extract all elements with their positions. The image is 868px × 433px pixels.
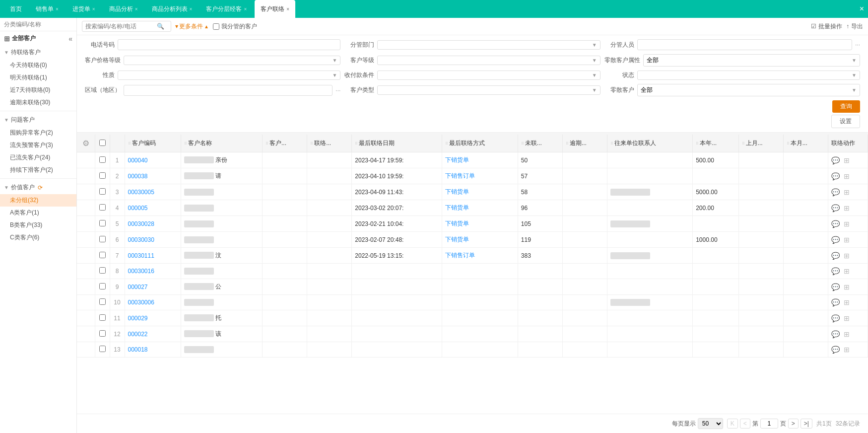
cell-last-way[interactable] <box>442 342 518 358</box>
close-analysis-list-icon[interactable]: × <box>190 6 193 12</box>
row-checkbox[interactable] <box>99 330 106 337</box>
cell-checkbox[interactable] <box>95 295 110 310</box>
cell-checkbox[interactable] <box>95 184 110 200</box>
chat-icon[interactable]: 💬 <box>831 283 840 291</box>
chat-icon[interactable]: 💬 <box>831 220 840 228</box>
chat-icon[interactable]: 💬 <box>831 172 840 180</box>
nature-select[interactable]: ▼ <box>118 71 340 80</box>
cell-checkbox[interactable] <box>95 279 110 295</box>
cell-code[interactable]: 00030030 <box>125 232 181 248</box>
cell-last-way[interactable]: 下销售订单 <box>442 248 518 264</box>
dept-select[interactable]: ▼ <box>377 40 600 50</box>
select-all-checkbox[interactable] <box>99 140 106 146</box>
cell-checkbox[interactable] <box>95 216 110 232</box>
cell-last-way[interactable]: 下销货单 <box>442 232 518 248</box>
col-name[interactable]: ⠿客户名称 <box>181 135 262 152</box>
cell-checkbox[interactable] <box>95 168 110 184</box>
cell-last-way[interactable] <box>442 279 518 295</box>
sidebar-item-silent[interactable]: 持续下滑客户(2) <box>0 164 76 176</box>
payment-select[interactable]: ▼ <box>377 71 600 80</box>
page-size-select[interactable]: 50 100 200 <box>698 418 723 429</box>
row-checkbox[interactable] <box>99 204 106 211</box>
cell-code[interactable]: 00030005 <box>125 184 181 200</box>
last-way-link[interactable]: 下销售订单 <box>445 252 475 259</box>
row-checkbox[interactable] <box>99 188 106 195</box>
search-icon[interactable]: 🔍 <box>157 23 164 30</box>
grid-action-icon[interactable]: ⊞ <box>844 346 850 354</box>
chat-icon[interactable]: 💬 <box>831 298 840 306</box>
cell-code[interactable]: 00030006 <box>125 295 181 310</box>
col-this-month[interactable]: ⠿本月... <box>783 135 828 152</box>
nav-tab-analysis[interactable]: 商品分析 × <box>103 0 144 18</box>
cell-code[interactable]: 000040 <box>125 152 181 168</box>
sidebar-item-a-class[interactable]: A类客户(1) <box>0 207 76 219</box>
retail-attr-select[interactable]: 全部 ▼ <box>643 54 860 67</box>
sidebar-all-customers[interactable]: ⊞ 全部客户 « <box>0 31 76 46</box>
close-sales-icon[interactable]: × <box>56 6 59 12</box>
nav-tab-analysis-list[interactable]: 商品分析列表 × <box>146 0 199 18</box>
cell-last-way[interactable] <box>442 295 518 310</box>
grid-action-icon[interactable]: ⊞ <box>844 172 850 180</box>
grid-action-icon[interactable]: ⊞ <box>844 298 850 306</box>
cell-checkbox[interactable] <box>95 248 110 264</box>
chat-icon[interactable]: 💬 <box>831 156 840 164</box>
last-page-btn[interactable]: >| <box>801 419 812 429</box>
cell-checkbox[interactable] <box>95 152 110 168</box>
grid-action-icon[interactable]: ⊞ <box>844 283 850 291</box>
chat-icon[interactable]: 💬 <box>831 346 840 354</box>
col-contact[interactable]: ⠿联络... <box>307 135 352 152</box>
grid-action-icon[interactable]: ⊞ <box>844 314 850 322</box>
col-overdue[interactable]: ⠿逾期... <box>562 135 607 152</box>
last-way-link[interactable]: 下销货单 <box>445 156 469 163</box>
col-un-contact[interactable]: ⠿未联... <box>518 135 562 152</box>
col-partner[interactable]: ⠿往来单位联系人 <box>607 135 693 152</box>
chat-icon[interactable]: 💬 <box>831 188 840 196</box>
last-way-link[interactable]: 下销售订单 <box>445 172 475 179</box>
cell-code[interactable]: 000038 <box>125 168 181 184</box>
sidebar-group-value[interactable]: ▼ 价值客户 ⟳ <box>0 181 76 194</box>
row-checkbox[interactable] <box>99 267 106 274</box>
cust-level-select[interactable]: ▼ <box>377 56 600 65</box>
chat-icon[interactable]: 💬 <box>831 267 840 275</box>
phone-input[interactable] <box>118 39 340 50</box>
col-setting-icon[interactable]: ⚙ <box>82 139 89 147</box>
cell-last-way[interactable]: 下销货单 <box>442 216 518 232</box>
more-filters-btn[interactable]: ▾ 更多条件 ▲ <box>175 22 209 31</box>
last-way-link[interactable]: 下销货单 <box>445 220 469 227</box>
sidebar-item-tomorrow[interactable]: 明天待联络(1) <box>0 72 76 84</box>
cell-checkbox[interactable] <box>95 232 110 248</box>
col-last-way[interactable]: ⠿最后联络方式 <box>442 135 518 152</box>
sidebar-item-churn-risk[interactable]: 流失预警客户(3) <box>0 139 76 151</box>
query-button[interactable]: 查询 <box>832 100 860 113</box>
grid-action-icon[interactable]: ⊞ <box>844 204 850 212</box>
chat-icon[interactable]: 💬 <box>831 330 840 338</box>
price-level-select[interactable]: ▼ <box>124 56 340 65</box>
grid-action-icon[interactable]: ⊞ <box>844 156 850 164</box>
close-customer-contact-icon[interactable]: × <box>286 6 289 12</box>
row-checkbox[interactable] <box>99 172 106 179</box>
cell-last-way[interactable] <box>442 264 518 279</box>
close-all-icon[interactable]: × <box>860 4 864 13</box>
close-customer-seg-icon[interactable]: × <box>244 6 247 12</box>
refresh-icon[interactable]: ⟳ <box>38 184 43 191</box>
sidebar-item-abnormal[interactable]: 囤购异常客户(2) <box>0 127 76 139</box>
manager-input[interactable] <box>637 39 852 50</box>
close-purchase-icon[interactable]: × <box>92 6 95 12</box>
last-way-link[interactable]: 下销货单 <box>445 236 469 243</box>
row-checkbox[interactable] <box>99 346 106 352</box>
last-way-link[interactable]: 下销货单 <box>445 204 469 211</box>
sidebar-item-b-class[interactable]: B类客户(33) <box>0 219 76 231</box>
cell-code[interactable]: 00030028 <box>125 216 181 232</box>
reset-button[interactable]: 设置 <box>831 115 860 128</box>
batch-operation-btn[interactable]: ☑ 批量操作 <box>811 22 842 31</box>
sidebar-group-problem[interactable]: ▼ 问题客户 <box>0 113 76 127</box>
sidebar-item-churned[interactable]: 已流失客户(24) <box>0 151 76 164</box>
retail-cust-select[interactable]: 全部 ▼ <box>637 84 860 96</box>
chat-icon[interactable]: 💬 <box>831 314 840 322</box>
first-page-btn[interactable]: K <box>727 419 738 429</box>
next-page-btn[interactable]: > <box>788 419 799 429</box>
sidebar-group-pending[interactable]: ▼ 待联络客户 <box>0 46 76 59</box>
cust-type-select[interactable]: ▼ <box>377 85 600 95</box>
search-input[interactable] <box>85 23 155 30</box>
cell-last-way[interactable]: 下销货单 <box>442 152 518 168</box>
